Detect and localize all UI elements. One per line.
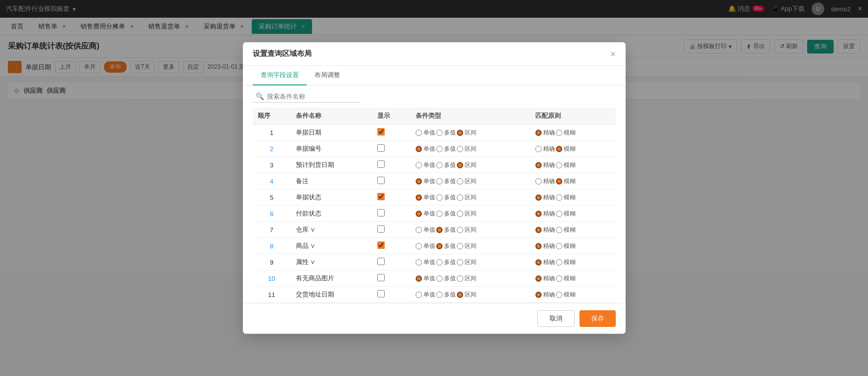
radio-exact-5[interactable] [535, 211, 542, 217]
radio-single-5[interactable] [416, 211, 422, 217]
radio-range-1[interactable] [457, 146, 463, 152]
radio-exact-4[interactable] [535, 194, 542, 201]
row-display-9[interactable] [372, 270, 411, 273]
radio-fuzzy-8[interactable] [556, 259, 562, 266]
tab-layout-adjust[interactable]: 布局调整 [307, 66, 348, 85]
search-input[interactable] [267, 93, 355, 100]
radio-fuzzy-3[interactable] [556, 178, 562, 185]
radio-fuzzy-5[interactable] [556, 211, 562, 217]
radio-multi-6[interactable] [436, 227, 443, 233]
table-row: 7仓库 ∨单值多值区间精确模糊 [253, 222, 616, 238]
display-checkbox-1[interactable] [377, 144, 385, 152]
radio-single-0[interactable] [416, 130, 422, 136]
display-checkbox-0[interactable] [377, 128, 385, 135]
display-checkbox-3[interactable] [377, 177, 385, 184]
radio-fuzzy-4[interactable] [556, 194, 562, 201]
row-condtype-8: 单值多值区间 [411, 254, 530, 270]
display-checkbox-8[interactable] [377, 258, 385, 265]
radio-single-1[interactable] [416, 146, 422, 152]
radio-fuzzy-7[interactable] [556, 243, 562, 249]
row-condtype-2: 单值多值区间 [411, 157, 530, 173]
radio-exact-1[interactable] [535, 146, 542, 152]
tab-query-field-settings[interactable]: 查询字段设置 [253, 66, 307, 85]
radio-range-3[interactable] [457, 178, 463, 185]
radio-exact-6[interactable] [535, 227, 542, 233]
row-display-3[interactable] [372, 173, 411, 189]
col-display-header: 显示 [372, 107, 411, 125]
row-condname-5: 付款状态 [291, 206, 372, 222]
table-row: 2单据编号单值多值区间精确模糊 [253, 141, 616, 157]
row-display-5[interactable] [372, 206, 411, 222]
table-row: 9属性 ∨单值多值区间精确模糊 [253, 254, 616, 270]
col-condname-header: 条件名称 [291, 107, 372, 125]
radio-range-4[interactable] [457, 194, 463, 201]
row-display-6[interactable] [372, 222, 411, 238]
radio-multi-2[interactable] [436, 162, 443, 168]
radio-exact-8[interactable] [535, 259, 542, 266]
row-condname-1: 单据编号 [291, 141, 372, 157]
tab-layout-label: 布局调整 [315, 71, 340, 79]
radio-range-0[interactable] [457, 130, 463, 136]
row-condname-4: 单据状态 [291, 189, 372, 206]
radio-fuzzy-6[interactable] [556, 227, 562, 233]
radio-multi-4[interactable] [436, 194, 443, 201]
col-order-header: 顺序 [253, 107, 291, 125]
dialog: 设置查询区域布局 × 查询字段设置 布局调整 🔍 顺序 [243, 42, 626, 273]
row-display-7[interactable] [372, 238, 411, 254]
radio-multi-0[interactable] [436, 130, 443, 136]
row-order-0: 1 [253, 125, 291, 141]
radio-multi-1[interactable] [436, 146, 443, 152]
row-display-8[interactable] [372, 254, 411, 270]
radio-multi-5[interactable] [436, 211, 443, 217]
row-matchrule-7: 精确模糊 [530, 238, 615, 254]
radio-range-7[interactable] [457, 243, 463, 249]
table-row: 3预计到货日期单值多值区间精确模糊 [253, 157, 616, 173]
radio-multi-8[interactable] [436, 259, 443, 266]
radio-single-3[interactable] [416, 178, 422, 185]
radio-exact-3[interactable] [535, 178, 542, 185]
radio-range-2[interactable] [457, 162, 463, 168]
row-display-2[interactable] [372, 157, 411, 173]
radio-multi-3[interactable] [436, 178, 443, 185]
dialog-table: 顺序 条件名称 显示 条件类型 匹配原则 1单据日期单值多值区间精确模糊2单据编… [253, 107, 616, 273]
row-display-1[interactable] [372, 141, 411, 157]
radio-exact-0[interactable] [535, 130, 542, 136]
radio-single-2[interactable] [416, 162, 422, 168]
radio-exact-2[interactable] [535, 162, 542, 168]
display-checkbox-7[interactable] [377, 242, 385, 249]
radio-exact-7[interactable] [535, 243, 542, 249]
radio-range-5[interactable] [457, 211, 463, 217]
row-display-4[interactable] [372, 189, 411, 206]
row-display-0[interactable] [372, 125, 411, 141]
row-matchrule-4: 精确模糊 [530, 189, 615, 206]
search-icon: 🔍 [256, 92, 264, 100]
display-checkbox-2[interactable] [377, 161, 385, 168]
radio-fuzzy-1[interactable] [556, 146, 562, 152]
radio-multi-7[interactable] [436, 243, 443, 249]
radio-single-7[interactable] [416, 243, 422, 249]
row-order-2: 3 [253, 157, 291, 173]
dialog-close-button[interactable]: × [610, 50, 616, 58]
row-condtype-6: 单值多值区间 [411, 222, 530, 238]
display-checkbox-6[interactable] [377, 225, 385, 233]
radio-fuzzy-2[interactable] [556, 162, 562, 168]
row-condtype-4: 单值多值区间 [411, 189, 530, 206]
radio-range-6[interactable] [457, 227, 463, 233]
radio-range-8[interactable] [457, 259, 463, 266]
table-row: 5单据状态单值多值区间精确模糊 [253, 189, 616, 206]
table-row: 1单据日期单值多值区间精确模糊 [253, 125, 616, 141]
radio-fuzzy-0[interactable] [556, 130, 562, 136]
row-condtype-0: 单值多值区间 [411, 125, 530, 141]
row-condname-8: 属性 ∨ [291, 254, 372, 270]
row-condname-7: 商品 ∨ [291, 238, 372, 254]
display-checkbox-4[interactable] [377, 193, 385, 200]
row-order-9: 10 [253, 270, 291, 273]
radio-single-4[interactable] [416, 194, 422, 201]
row-order-3: 4 [253, 173, 291, 189]
display-checkbox-5[interactable] [377, 209, 385, 216]
radio-single-8[interactable] [416, 259, 422, 266]
row-condname-2: 预计到货日期 [291, 157, 372, 173]
row-order-6: 7 [253, 222, 291, 238]
radio-single-6[interactable] [416, 227, 422, 233]
dialog-table-wrap: 顺序 条件名称 显示 条件类型 匹配原则 1单据日期单值多值区间精确模糊2单据编… [243, 107, 626, 273]
